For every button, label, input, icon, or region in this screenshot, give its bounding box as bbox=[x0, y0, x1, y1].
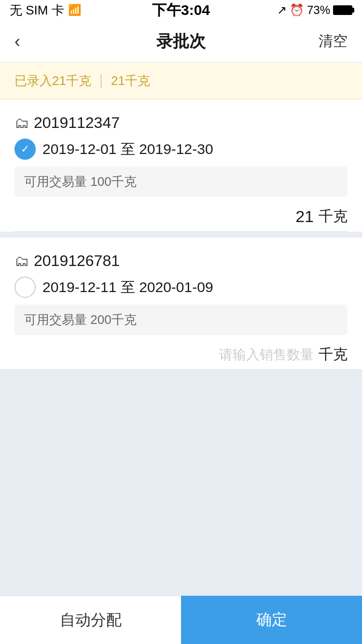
batch-input-row-1: 21 千克 bbox=[14, 197, 348, 232]
quantity-input-area-2[interactable]: 请输入销售数量 千克 bbox=[0, 335, 362, 370]
battery-icon bbox=[333, 5, 352, 15]
bottom-bar: 自动分配 确定 bbox=[0, 596, 362, 644]
confirm-button[interactable]: 确定 bbox=[181, 596, 362, 644]
wifi-icon: 📶 bbox=[68, 4, 81, 16]
batch-icon-1: 🗂 bbox=[14, 115, 29, 131]
batch-date-1: 2019-12-01 至 2019-12-30 bbox=[42, 140, 213, 159]
clear-button[interactable]: 清空 bbox=[319, 31, 348, 51]
battery-percent: 73% bbox=[307, 3, 330, 17]
back-button[interactable]: ‹ bbox=[14, 31, 20, 52]
recorded-text: 已录入21千克 bbox=[14, 72, 91, 89]
total-text: 21千克 bbox=[111, 72, 150, 89]
batch-item-2: 🗂 2019126781 2019-12-11 至 2020-01-09 可用交… bbox=[0, 238, 362, 370]
alarm-icon: ⏰ bbox=[290, 3, 304, 17]
batch-id-2: 2019126781 bbox=[34, 252, 120, 270]
unit-text-2: 千克 bbox=[319, 345, 348, 364]
batch-date-2: 2019-12-11 至 2020-01-09 bbox=[42, 278, 213, 297]
batch-available-2: 可用交易量 200千克 bbox=[14, 305, 348, 335]
batch-item-1: 🗂 2019112347 ✓ 2019-12-01 至 2019-12-30 可… bbox=[0, 99, 362, 232]
checkmark-1: ✓ bbox=[21, 144, 29, 154]
quantity-placeholder-2: 请输入销售数量 bbox=[14, 346, 314, 364]
status-left: 无 SIM 卡 📶 bbox=[10, 2, 81, 19]
batch-id-1: 2019112347 bbox=[34, 114, 120, 132]
page-title: 录批次 bbox=[156, 30, 206, 53]
quantity-value-1: 21 bbox=[265, 207, 314, 226]
select-circle-2[interactable] bbox=[14, 277, 36, 298]
batch-unit-1: 千克 bbox=[319, 207, 348, 226]
info-banner: 已录入21千克 21千克 bbox=[0, 63, 362, 99]
batch-icon-2: 🗂 bbox=[14, 253, 29, 269]
status-bar: 无 SIM 卡 📶 下午3:04 ↗ ⏰ 73% bbox=[0, 0, 362, 20]
status-right: ↗ ⏰ 73% bbox=[277, 3, 352, 17]
carrier-text: 无 SIM 卡 bbox=[10, 2, 64, 19]
location-icon: ↗ bbox=[277, 3, 287, 17]
nav-bar: ‹ 录批次 清空 bbox=[0, 20, 362, 63]
status-time: 下午3:04 bbox=[152, 0, 210, 20]
separator-1 bbox=[0, 232, 362, 238]
select-circle-1[interactable]: ✓ bbox=[14, 139, 36, 160]
batch-available-1: 可用交易量 100千克 bbox=[14, 167, 348, 197]
info-divider bbox=[101, 74, 101, 88]
auto-distribute-button[interactable]: 自动分配 bbox=[0, 596, 181, 644]
